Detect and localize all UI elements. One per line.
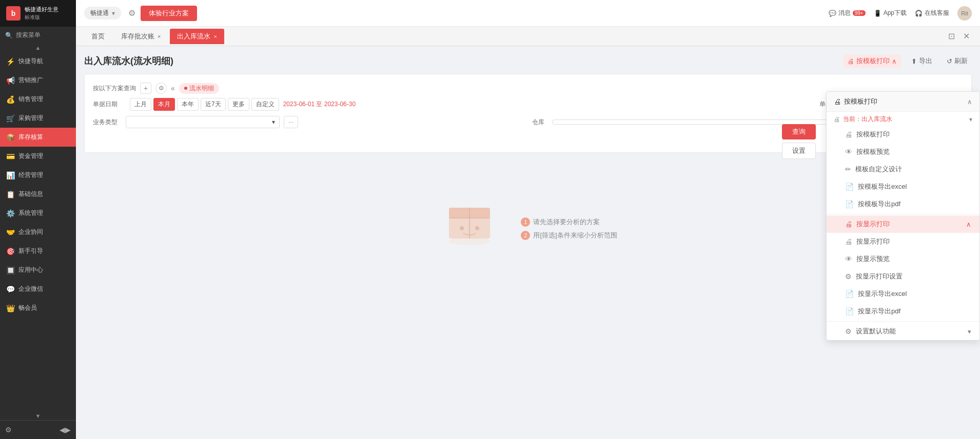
template-preview-icon: 👁 (845, 148, 852, 156)
refresh-icon: ↺ (947, 57, 952, 65)
avatar[interactable]: Rit (957, 6, 972, 21)
filter-collapse-btn[interactable]: « (171, 84, 175, 92)
sidebar-item-label: 企业协同 (18, 228, 43, 236)
filter-tag[interactable]: 流水明细 (179, 83, 219, 94)
date-btn-last7[interactable]: 近7天 (201, 98, 226, 111)
date-btn-this-year[interactable]: 本年 (177, 98, 199, 111)
topbar-user[interactable]: 畅捷通 ▾ (84, 7, 121, 19)
sidebar-item-corp[interactable]: 🤝 企业协同 (0, 223, 76, 242)
sales-icon: 💰 (6, 95, 14, 104)
filter-add-btn[interactable]: + (140, 83, 151, 94)
empty-content: 1 请先选择要分析的方案 2 用[筛选]条件来缩小分析范围 (439, 190, 617, 271)
trial-btn[interactable]: 体验行业方案 (141, 6, 197, 21)
tip-num-2: 2 (521, 231, 530, 240)
dropdown-item-template-custom[interactable]: ✏ 模板自定义设计 (827, 161, 979, 178)
biz-type-select[interactable]: ▾ (126, 116, 280, 128)
tab-flow-close[interactable]: × (213, 33, 217, 39)
sidebar-item-quick-nav[interactable]: ⚡ 快捷导航 (0, 52, 76, 71)
sidebar-item-app-center[interactable]: 🔲 应用中心 (0, 261, 76, 280)
settings-btn[interactable]: 设置 (782, 143, 816, 159)
empty-icon (439, 190, 500, 261)
sidebar-item-vip[interactable]: 👑 畅会员 (0, 298, 76, 317)
vip-icon: 👑 (6, 304, 14, 312)
template-custom-label: 模板自定义设计 (855, 165, 902, 174)
sidebar-settings-icon[interactable]: ⚙ (5, 426, 12, 434)
filter-setting-btn[interactable]: ⚙ (155, 83, 167, 94)
sidebar-item-purchase[interactable]: 🛒 采购管理 (0, 109, 76, 128)
dropdown-item-display-excel[interactable]: 📄 按显示导出excel (827, 285, 979, 303)
sidebar-item-system[interactable]: ⚙️ 系统管理 (0, 204, 76, 223)
empty-tip-1: 1 请先选择要分析的方案 (521, 217, 617, 227)
query-btn[interactable]: 查询 (782, 124, 816, 139)
app-download-btn[interactable]: 📱 App下载 (874, 9, 907, 17)
tab-home[interactable]: 首页 (84, 29, 112, 44)
display-pdf-label: 按显示导出pdf (858, 307, 900, 316)
sidebar-scroll-up[interactable]: ▲ (0, 44, 76, 52)
template-print-btn[interactable]: 🖨 按模板打印 ∧ (844, 54, 901, 68)
display-excel-label: 按显示导出excel (858, 289, 907, 298)
topbar-actions: 💬 消息 99+ 📱 App下载 🎧 在线客服 Rit (829, 6, 972, 21)
inventory-icon: 📦 (6, 133, 14, 142)
tab-flow-label: 出入库流水 (177, 32, 210, 41)
biz-more-btn[interactable]: ··· (284, 116, 298, 128)
sidebar-item-label: 新手引导 (18, 247, 43, 255)
display-print-icon: 🖨 (845, 237, 852, 246)
sidebar-item-inventory[interactable]: 📦 库存核算 (0, 128, 76, 147)
corp-icon: 🤝 (6, 228, 14, 236)
topbar-user-name: 畅捷通 (90, 9, 109, 17)
window-close-icon[interactable]: ✕ (961, 30, 972, 42)
sidebar-item-finance[interactable]: 💳 资金管理 (0, 147, 76, 166)
sidebar-item-basic-info[interactable]: 📋 基础信息 (0, 185, 76, 204)
dropdown-display-header[interactable]: 🖨 按显示打印 ∧ (827, 215, 979, 233)
tab-flow[interactable]: 出入库流水 × (170, 29, 224, 44)
current-arrow[interactable]: ▾ (969, 116, 972, 123)
display-section-arrow: ∧ (966, 221, 971, 228)
sidebar-search[interactable]: 🔍 搜索菜单 (0, 27, 76, 44)
refresh-btn[interactable]: ↺ 刷新 (943, 54, 972, 68)
topbar-dropdown-icon[interactable]: ▾ (112, 10, 115, 17)
sidebar-collapse-icon[interactable]: ◀▶ (60, 426, 71, 434)
dropdown-item-template-excel[interactable]: 📄 按模板导出excel (827, 178, 979, 195)
dropdown-expand-icon[interactable]: ∧ (967, 98, 972, 106)
sidebar-item-label: 畅会员 (18, 304, 37, 312)
dropdown-item-template-print[interactable]: 🖨 按模板打印 (827, 126, 979, 143)
dropdown-item-display-pdf[interactable]: 📄 按显示导出pdf (827, 303, 979, 320)
sidebar-item-operations[interactable]: 📊 经营管理 (0, 166, 76, 185)
sidebar-item-marketing[interactable]: 📢 营销推广 (0, 71, 76, 90)
dropdown-item-display-print[interactable]: 🖨 按显示打印 (827, 233, 979, 250)
quick-nav-icon: ⚡ (6, 57, 14, 66)
date-btn-this-month[interactable]: 本月 (153, 98, 175, 111)
app-name: 畅捷通好生意 (25, 6, 58, 13)
tabs-window-controls: ⊡ ✕ (946, 30, 972, 42)
page-content: 出入库流水(流水明细) 🖨 按模板打印 ∧ ⬆ 导出 ↺ 刷新 (76, 46, 980, 439)
set-default-icon: ⚙ (845, 327, 852, 335)
dropdown-item-template-pdf[interactable]: 📄 按模板导出pdf (827, 195, 979, 213)
message-btn[interactable]: 💬 消息 99+ (829, 9, 866, 17)
sidebar-nav: ⚡ 快捷导航 📢 营销推广 💰 销售管理 🛒 采购管理 📦 库存核算 💳 资金管… (0, 52, 76, 412)
current-icon: 🖨 (834, 116, 840, 123)
dropdown-item-display-preview[interactable]: 👁 按显示预览 (827, 250, 979, 268)
filter-setting-icon: ⚙ (159, 85, 164, 92)
topbar: 畅捷通 ▾ ⚙ 体验行业方案 💬 消息 99+ 📱 App下载 🎧 在线客服 R… (76, 0, 980, 27)
sidebar-item-guide[interactable]: 🎯 新手引导 (0, 242, 76, 261)
sidebar-item-sales[interactable]: 💰 销售管理 (0, 90, 76, 109)
tab-batch-account-close[interactable]: × (158, 33, 161, 39)
display-preview-label: 按显示预览 (856, 254, 890, 264)
dropdown-item-set-default[interactable]: ⚙ 设置默认功能 ▾ (827, 323, 979, 340)
dropdown-item-template-preview[interactable]: 👁 按模板预览 (827, 143, 979, 161)
date-btn-last-month[interactable]: 上月 (130, 98, 151, 111)
page-header: 出入库流水(流水明细) 🖨 按模板打印 ∧ ⬆ 导出 ↺ 刷新 (84, 54, 972, 68)
dropdown-header: 🖨 按模板打印 ∧ (827, 92, 979, 112)
biz-type-label: 业务类型 (93, 118, 117, 127)
dropdown-item-display-settings[interactable]: ⚙ 按显示打印设置 (827, 268, 979, 285)
sidebar-scroll-down[interactable]: ▼ (0, 412, 76, 420)
window-restore-icon[interactable]: ⊡ (946, 30, 957, 42)
date-btn-custom[interactable]: 自定义 (251, 98, 279, 111)
topbar-gear-icon[interactable]: ⚙ (128, 8, 135, 18)
search-icon: 🔍 (5, 32, 13, 39)
export-btn[interactable]: ⬆ 导出 (907, 54, 936, 68)
online-service-btn[interactable]: 🎧 在线客服 (915, 9, 949, 17)
date-btn-more[interactable]: 更多 (228, 98, 249, 111)
sidebar-item-corp-wechat[interactable]: 💬 企业微信 (0, 280, 76, 298)
tab-batch-account[interactable]: 库存批次账 × (114, 29, 168, 44)
